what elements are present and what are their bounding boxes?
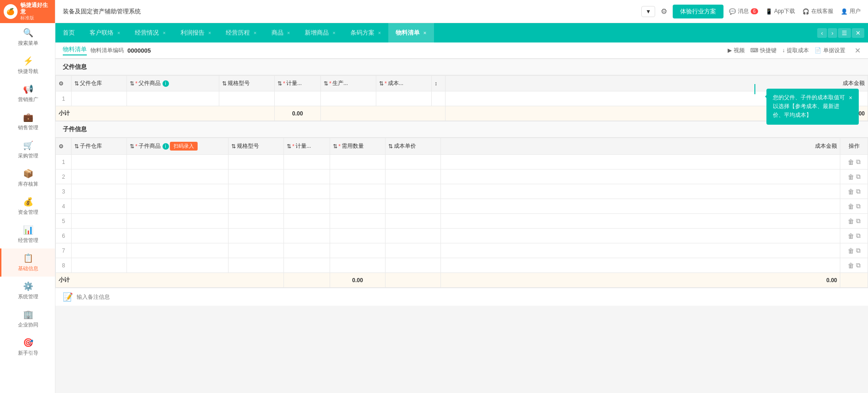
- child-row-warehouse[interactable]: [72, 243, 127, 258]
- scan-input-btn[interactable]: 扫码录入: [170, 142, 198, 151]
- child-row-qty[interactable]: [330, 199, 386, 214]
- child-row-unit[interactable]: [284, 184, 330, 199]
- copy-icon[interactable]: ⧉: [856, 202, 861, 210]
- parent-row-cost[interactable]: [376, 91, 432, 106]
- child-row-qty[interactable]: [330, 243, 386, 258]
- online-service-btn[interactable]: 🎧 在线客服: [802, 7, 833, 15]
- delete-icon[interactable]: 🗑: [848, 158, 854, 166]
- copy-icon[interactable]: ⧉: [856, 261, 861, 269]
- trial-button[interactable]: 体验行业方案: [673, 5, 723, 18]
- child-row-spec[interactable]: [229, 243, 284, 258]
- child-row-spec[interactable]: [229, 199, 284, 214]
- tab-customer[interactable]: 客户联络 ×: [82, 23, 127, 42]
- child-row-qty[interactable]: [330, 214, 386, 229]
- child-row-spec[interactable]: [229, 229, 284, 243]
- child-row-spec[interactable]: [229, 169, 284, 184]
- tab-barcode-close[interactable]: ×: [378, 30, 381, 36]
- child-row-qty[interactable]: [330, 229, 386, 243]
- sidebar-item-operation[interactable]: 📊 经营管理: [0, 220, 55, 248]
- delete-icon[interactable]: 🗑: [848, 203, 854, 210]
- tab-products[interactable]: 商品 ×: [264, 23, 297, 42]
- parent-row-spec[interactable]: [219, 91, 275, 106]
- child-row-warehouse[interactable]: [72, 155, 127, 169]
- child-row-product[interactable]: [127, 258, 229, 273]
- child-row-product[interactable]: [127, 155, 229, 169]
- tab-operation-status-close[interactable]: ×: [163, 30, 165, 36]
- sidebar-item-guide[interactable]: 🎯 新手引导: [0, 333, 55, 361]
- tab-operation-history-close[interactable]: ×: [253, 30, 256, 36]
- child-row-warehouse[interactable]: [72, 214, 127, 229]
- child-row-product[interactable]: [127, 243, 229, 258]
- sub-tab-bom-list[interactable]: 物料清单: [63, 45, 87, 55]
- child-row-cost-price[interactable]: [386, 214, 441, 229]
- sidebar-item-enterprise[interactable]: 🏢 企业协同: [0, 305, 55, 333]
- delete-icon[interactable]: 🗑: [848, 218, 854, 225]
- copy-icon[interactable]: ⧉: [856, 217, 861, 225]
- delete-icon[interactable]: 🗑: [848, 247, 854, 254]
- tab-profit[interactable]: 利润报告 ×: [173, 23, 218, 42]
- child-row-warehouse[interactable]: [72, 169, 127, 184]
- child-row-cost-price[interactable]: [386, 258, 441, 273]
- message-btn[interactable]: 💬 消息 6: [729, 7, 758, 15]
- child-row-product[interactable]: [127, 199, 229, 214]
- tab-bom[interactable]: 物料清单 ×: [388, 23, 434, 42]
- tab-customer-close[interactable]: ×: [117, 30, 120, 36]
- child-row-qty[interactable]: [330, 155, 386, 169]
- child-row-product[interactable]: [127, 169, 229, 184]
- child-row-unit[interactable]: [284, 243, 330, 258]
- child-row-cost-price[interactable]: [386, 229, 441, 243]
- child-row-warehouse[interactable]: [72, 229, 127, 243]
- tooltip-close-btn[interactable]: ×: [849, 93, 852, 103]
- delete-icon[interactable]: 🗑: [848, 232, 854, 240]
- user-btn[interactable]: 👤 用户: [841, 7, 861, 15]
- child-row-spec[interactable]: [229, 258, 284, 273]
- tab-menu-btn[interactable]: ☰: [838, 28, 851, 38]
- child-row-unit[interactable]: [284, 214, 330, 229]
- note-input[interactable]: [77, 294, 861, 300]
- delete-icon[interactable]: 🗑: [848, 262, 854, 269]
- child-row-qty[interactable]: [330, 258, 386, 273]
- sidebar-item-marketing[interactable]: 📢 营销推广: [0, 79, 55, 108]
- child-row-spec[interactable]: [229, 214, 284, 229]
- tab-products-close[interactable]: ×: [287, 30, 290, 36]
- child-row-spec[interactable]: [229, 184, 284, 199]
- sidebar-item-search[interactable]: 🔍 搜索菜单: [0, 23, 55, 51]
- tab-home[interactable]: 首页: [55, 23, 82, 42]
- child-row-cost-price[interactable]: [386, 155, 441, 169]
- child-row-qty[interactable]: [330, 184, 386, 199]
- extract-cost-action[interactable]: ↓ 提取成本: [782, 47, 809, 54]
- tab-operation-history[interactable]: 经营历程 ×: [218, 23, 264, 42]
- parent-row-product[interactable]: [127, 91, 219, 106]
- sidebar-item-system[interactable]: ⚙️ 系统管理: [0, 277, 55, 305]
- copy-icon[interactable]: ⧉: [856, 247, 861, 254]
- delete-icon[interactable]: 🗑: [848, 188, 854, 195]
- system-selector[interactable]: ▼: [641, 6, 655, 17]
- tab-profit-close[interactable]: ×: [208, 30, 211, 36]
- tab-close-all-btn[interactable]: ✕: [852, 28, 864, 38]
- parent-row-unit[interactable]: [275, 91, 321, 106]
- child-row-warehouse[interactable]: [72, 258, 127, 273]
- child-row-warehouse[interactable]: [72, 199, 127, 214]
- copy-icon[interactable]: ⧉: [856, 187, 861, 195]
- tab-new-product-close[interactable]: ×: [332, 30, 335, 36]
- parent-row-warehouse[interactable]: [72, 91, 127, 106]
- single-settings-action[interactable]: 📄 单据设置: [814, 47, 845, 54]
- sidebar-item-quick-nav[interactable]: ⚡ 快捷导航: [0, 51, 55, 79]
- copy-icon[interactable]: ⧉: [856, 232, 861, 240]
- delete-icon[interactable]: 🗑: [848, 173, 854, 181]
- app-download-btn[interactable]: 📱 App下载: [766, 7, 795, 15]
- page-close-btn[interactable]: ✕: [855, 46, 861, 55]
- sidebar-item-basic[interactable]: 📋 基础信息: [0, 248, 55, 277]
- shortcut-action[interactable]: ⌨ 快捷键: [750, 47, 777, 54]
- child-row-product[interactable]: [127, 229, 229, 243]
- child-row-product[interactable]: [127, 214, 229, 229]
- settings-icon[interactable]: ⚙: [661, 7, 667, 16]
- child-row-product[interactable]: [127, 184, 229, 199]
- child-row-qty[interactable]: [330, 169, 386, 184]
- child-row-cost-price[interactable]: [386, 199, 441, 214]
- child-row-cost-price[interactable]: [386, 184, 441, 199]
- child-row-spec[interactable]: [229, 155, 284, 169]
- sidebar-item-purchase[interactable]: 🛒 采购管理: [0, 136, 55, 164]
- child-row-unit[interactable]: [284, 229, 330, 243]
- child-row-unit[interactable]: [284, 258, 330, 273]
